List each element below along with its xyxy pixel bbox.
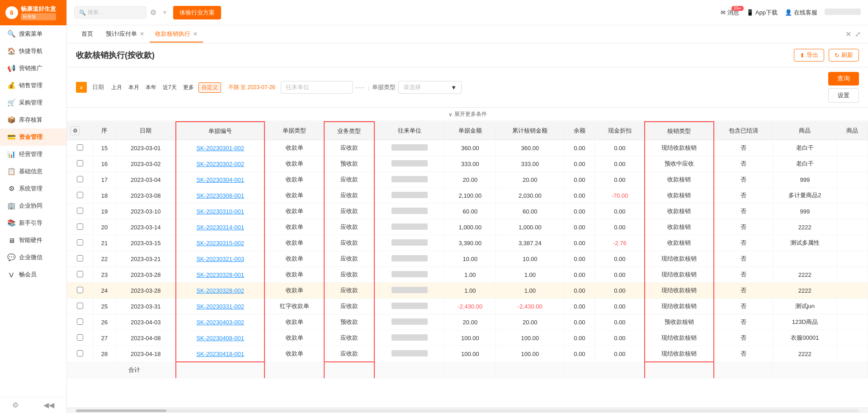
refresh-button[interactable]: ↻ 刷新 [829,49,859,62]
sidebar-item-hardware[interactable]: 🖥 智能硬件 [0,232,66,249]
billno-link-3[interactable]: SK-20230308-001 [196,192,244,199]
row-checkbox-9[interactable] [77,287,83,293]
table-container[interactable]: ⚙ 序 日期 单据编号 单据类型 业务类型 往来单位 单据金额 累计核销金额 余… [67,121,868,408]
row-checkbox-0[interactable] [77,144,83,151]
row-checkbox-4[interactable] [77,208,83,214]
row-checkbox-6[interactable] [77,239,83,246]
date-custom[interactable]: 自定义 [198,82,221,93]
settings-button[interactable]: 设置 [828,88,859,103]
cell-billtype-9: 收款单 [264,283,324,299]
row-checkbox-13[interactable] [77,350,83,356]
scroll-thumb[interactable] [76,409,166,412]
cell-settings-3[interactable] [67,188,93,204]
billno-link-10[interactable]: SK-20230331-002 [196,303,244,310]
row-checkbox-2[interactable] [77,176,83,182]
cell-settings-6[interactable] [67,235,93,251]
sidebar-item-search[interactable]: 🔍 搜索菜单 [0,25,66,43]
tab-payable-close[interactable]: ✕ [140,31,144,37]
header-left: 🔍 搜索... ⚙ ▼ 体验行业方案 [74,6,715,19]
billno-link-9[interactable]: SK-20230328-002 [196,287,244,294]
row-checkbox-8[interactable] [77,271,83,277]
filter-dots[interactable]: ··· [356,83,365,92]
header-search-bar[interactable]: 🔍 搜索... [74,6,146,19]
cell-settings-11[interactable] [67,314,93,330]
expand-more-button[interactable]: ∨ 展开更多条件 [448,110,487,118]
online-service-button[interactable]: 👤 在线客服 [785,9,817,17]
sidebar-item-inventory[interactable]: 📦 库存核算 [0,111,66,128]
query-button[interactable]: 查询 [828,72,859,85]
sidebar-item-purchase[interactable]: 🛒 采购管理 [0,94,66,111]
date-7days[interactable]: 近7天 [161,83,179,92]
billno-link-11[interactable]: SK-20230403-002 [196,319,244,326]
tab-collection[interactable]: 收款核销执行 ✕ [150,26,203,43]
billno-link-6[interactable]: SK-20230315-002 [196,240,244,247]
sidebar-item-operation[interactable]: 📊 经营管理 [0,146,66,163]
cell-settings-4[interactable] [67,204,93,219]
export-button[interactable]: ⬆ 导出 [794,49,824,62]
tab-home[interactable]: 首页 [74,26,100,43]
sidebar-item-basic[interactable]: 📋 基础信息 [0,163,66,180]
date-this-year[interactable]: 本年 [144,83,158,92]
billno-link-8[interactable]: SK-20230328-001 [196,271,244,278]
cell-settings-2[interactable] [67,172,93,188]
cell-billno-0: SK-20230301-002 [176,140,264,156]
cell-settings-8[interactable] [67,267,93,283]
sidebar-item-wechat[interactable]: 💬 企业微信 [0,249,66,266]
settings-icon[interactable]: ⚙ [150,8,156,17]
row-checkbox-7[interactable] [77,255,83,261]
tab-bar-close-icon[interactable]: ✕ [845,30,851,38]
tab-bar-actions: ✕ ⤢ [845,30,861,38]
sidebar-item-guide[interactable]: 📚 新手引导 [0,214,66,232]
app-download-button[interactable]: 📱 App下载 [746,9,778,17]
cell-unit-6 [374,235,444,251]
row-checkbox-10[interactable] [77,303,83,309]
messages-button[interactable]: ✉ 消息 99+ [721,9,739,17]
date-more[interactable]: 更多 [181,83,196,92]
scroll-track[interactable] [76,409,859,412]
settings-bottom-icon[interactable]: ⚙ [12,401,19,409]
billno-link-5[interactable]: SK-20230314-001 [196,224,244,231]
tab-payable[interactable]: 预计/应付单 ✕ [100,26,150,43]
sidebar-item-marketing[interactable]: 📢 营销推广 [0,60,66,77]
user-info[interactable] [825,9,861,16]
cell-settings-7[interactable] [67,251,93,267]
row-checkbox-11[interactable] [77,318,83,325]
billno-link-0[interactable]: SK-20230301-002 [196,145,244,152]
row-checkbox-1[interactable] [77,160,83,166]
row-checkbox-3[interactable] [77,192,83,198]
cell-settings-9[interactable] [67,283,93,299]
cell-settings-5[interactable] [67,219,93,235]
sidebar-item-system[interactable]: ⚙ 系统管理 [0,180,66,197]
row-checkbox-5[interactable] [77,223,83,230]
col-writeoff-header: 累计核销金额 [496,122,564,140]
billno-link-13[interactable]: SK-20230418-001 [196,351,244,357]
solution-button[interactable]: 体验行业方案 [173,6,221,19]
date-prev-month[interactable]: 上月 [109,83,124,92]
billno-link-1[interactable]: SK-20230302-002 [196,161,244,167]
date-this-month[interactable]: 本月 [127,83,141,92]
sidebar-item-shortcut[interactable]: 🏠 快捷导航 [0,43,66,60]
filter-type-select[interactable]: 请选择 ▼ [398,81,462,94]
sidebar-item-finance[interactable]: 💳 资金管理 [0,128,66,146]
tab-bar-expand-icon[interactable]: ⤢ [855,30,861,38]
tab-collection-close[interactable]: ✕ [193,31,198,37]
billno-link-4[interactable]: SK-20230310-001 [196,208,244,215]
collapse-icon[interactable]: ◀◀ [43,401,54,409]
cell-settings-13[interactable] [67,346,93,362]
billno-link-2[interactable]: SK-20230304-001 [196,176,244,183]
cell-settings-1[interactable] [67,156,93,172]
billno-link-12[interactable]: SK-20230408-001 [196,335,244,342]
sidebar-item-member[interactable]: V 畅会员 [0,266,66,283]
unit-input[interactable]: 往来单位 [281,81,353,94]
filter-toggle-button[interactable]: » [76,82,87,93]
cell-settings-0[interactable] [67,140,93,156]
column-settings-icon[interactable]: ⚙ [71,126,80,135]
cell-settings-12[interactable] [67,330,93,346]
cell-billtype-10: 红字收款单 [264,299,324,314]
billno-link-7[interactable]: SK-20230321-003 [196,256,244,262]
sidebar-item-corp[interactable]: 🏢 企业协同 [0,197,66,214]
cell-settings-10[interactable] [67,299,93,314]
sidebar-item-sales[interactable]: 💰 销售管理 [0,77,66,94]
row-checkbox-12[interactable] [77,334,83,341]
col-settings-header[interactable]: ⚙ [67,122,93,140]
